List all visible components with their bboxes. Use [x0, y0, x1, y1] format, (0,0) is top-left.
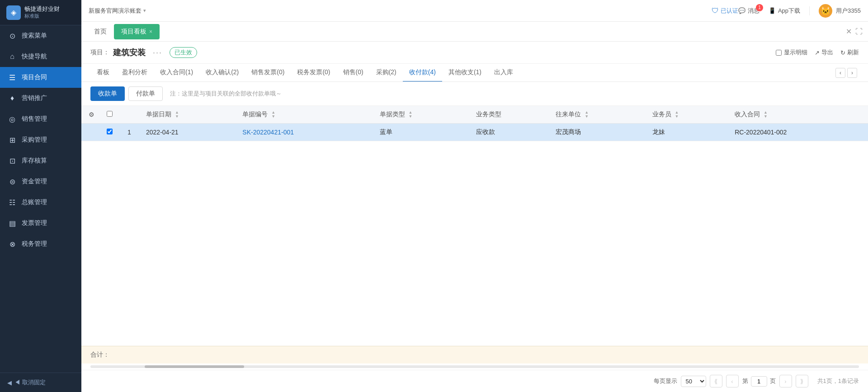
prev-page-btn[interactable]: ‹: [726, 375, 739, 387]
certified-label: 已认证: [721, 7, 738, 15]
horizontal-scrollbar[interactable]: [81, 363, 868, 370]
sidebar-item-invoice[interactable]: ▤ 发票管理: [0, 213, 81, 234]
row-date-0: 2022-04-21: [141, 124, 237, 141]
sidebar-label-invoice: 发票管理: [22, 219, 47, 227]
message-button[interactable]: 💬 消息 1: [738, 7, 760, 15]
sidebar-item-inventory[interactable]: ⊡ 库存核算: [0, 150, 81, 171]
topbar: 新服务官网演示账套 ▾ 🛡 已认证 💬 消息 1 📱 App下载 🐱 用户335…: [81, 0, 868, 22]
sidebar-item-purchase[interactable]: ⊞ 采购管理: [0, 129, 81, 150]
row-cb-0[interactable]: [101, 124, 118, 141]
row-type-0: 蓝单: [374, 124, 471, 141]
tab-home[interactable]: 首页: [87, 24, 114, 39]
sidebar-icon-invoice: ▤: [7, 218, 17, 228]
app-download-button[interactable]: 📱 App下载: [769, 7, 800, 15]
sidebar-icon-purchase: ⊞: [7, 135, 17, 145]
pagination: 每页显示 50 10 20 100 ⟪ ‹ 第 页 › ⟫ 共1页，1条记录: [81, 370, 868, 392]
close-window-icon[interactable]: ✕: [846, 27, 852, 36]
sidebar: ◈ 畅捷通好业财 标准版 ⊙ 搜索菜单 ⌂ 快捷导航 ☰ 项目合同 ♦ 营销推广…: [0, 0, 81, 392]
sidebar-icon-marketing: ♦: [7, 93, 17, 103]
page-unit: 页: [770, 377, 776, 385]
type-sort-icon: ▲▼: [409, 110, 413, 119]
table-row[interactable]: 1 2022-04-21 SK-20220421-001 蓝单 应收款 宏茂商场…: [81, 124, 868, 141]
income-contract-col-header[interactable]: 收入合同 ▲▼: [729, 106, 868, 124]
first-page-btn[interactable]: ⟪: [710, 375, 722, 387]
page-number-input[interactable]: [751, 376, 767, 387]
export-label: 导出: [821, 48, 833, 57]
sidebar-icon-search: ⊙: [7, 31, 17, 41]
username-label: 用户3355: [836, 7, 861, 15]
export-button[interactable]: ↗ 导出: [815, 48, 833, 57]
row-number-0[interactable]: SK-20220421-001: [237, 124, 374, 141]
sidebar-item-search[interactable]: ⊙ 搜索菜单: [0, 25, 81, 46]
sidebar-label-ledger: 总账管理: [22, 198, 47, 206]
subtab-kanban[interactable]: 看板: [90, 64, 116, 82]
project-title: 建筑安装: [113, 47, 146, 58]
message-icon: 💬: [738, 7, 745, 14]
next-page-btn[interactable]: ›: [779, 375, 792, 387]
subtabs-next-btn[interactable]: ›: [847, 68, 857, 78]
subtab-purchase[interactable]: 采购(2): [370, 64, 403, 82]
page-info: 第 页: [742, 376, 776, 387]
sidebar-item-quicknav[interactable]: ⌂ 快捷导航: [0, 46, 81, 67]
subtab-inout[interactable]: 出入库: [488, 64, 519, 82]
sidebar-icon-quicknav: ⌂: [7, 52, 17, 62]
number-col-header[interactable]: 单据编号 ▲▼: [237, 106, 374, 124]
project-more-icon[interactable]: ···: [153, 48, 162, 57]
partner-col-header[interactable]: 往来单位 ▲▼: [550, 106, 646, 124]
sidebar-item-marketing[interactable]: ♦ 营销推广: [0, 88, 81, 109]
receipt-filter-btn[interactable]: 收款单: [90, 86, 125, 101]
maximize-icon[interactable]: ⛶: [855, 28, 863, 36]
sidebar-item-tax[interactable]: ⊗ 税务管理: [0, 234, 81, 254]
subtab-income_confirm[interactable]: 收入确认(2): [199, 64, 245, 82]
last-page-btn[interactable]: ⟫: [796, 375, 808, 387]
salesperson-sort-icon: ▲▼: [675, 110, 679, 119]
page-size-select[interactable]: 50 10 20 100: [681, 376, 706, 387]
salesperson-col-header[interactable]: 业务员 ▲▼: [647, 106, 730, 124]
date-col-header[interactable]: 单据日期 ▲▼: [141, 106, 237, 124]
unpin-label: ◀︎ 取消固定: [14, 378, 46, 387]
scrollbar-thumb[interactable]: [145, 365, 244, 368]
topbar-divider: [809, 6, 810, 15]
account-dropdown-icon: ▾: [143, 8, 146, 14]
tab-kanban[interactable]: 项目看板 ×: [114, 24, 160, 39]
refresh-button[interactable]: ↻ 刷新: [840, 48, 859, 57]
subtab-sales[interactable]: 销售(0): [337, 64, 370, 82]
sidebar-item-sales[interactable]: ◎ 销售管理: [0, 109, 81, 129]
message-badge: 1: [756, 4, 763, 11]
sidebar-item-ledger[interactable]: ☷ 总账管理: [0, 192, 81, 213]
subtab-tax_invoice[interactable]: 税务发票(0): [291, 64, 336, 82]
date-sort-icon: ▲▼: [175, 110, 179, 119]
subtab-profit[interactable]: 盈利分析: [116, 64, 154, 82]
payment-filter-btn[interactable]: 付款单: [128, 86, 163, 101]
account-selector[interactable]: 新服务官网演示账套 ▾: [89, 7, 701, 15]
sidebar-unpin[interactable]: ◀ ◀︎ 取消固定: [0, 373, 81, 392]
subtab-income_contract[interactable]: 收入合同(1): [154, 64, 199, 82]
filter-note: 注：这里是与项目关联的全部收付款单哦～: [170, 90, 282, 98]
select-all-checkbox[interactable]: [107, 111, 113, 117]
sidebar-item-contract[interactable]: ☰ 项目合同: [0, 67, 81, 88]
table-header-row: ⚙ 单据日期 ▲▼ 单据编号 ▲▼: [81, 106, 868, 124]
show-detail-input[interactable]: [776, 50, 782, 56]
subtab-receipt[interactable]: 收付款(4): [403, 64, 442, 82]
sidebar-label-sales: 销售管理: [22, 115, 47, 123]
number-sort-icon: ▲▼: [271, 110, 275, 119]
type-col-header[interactable]: 单据类型 ▲▼: [374, 106, 471, 124]
project-header: 项目： 建筑安装 ··· 已生效 显示明细 ↗ 导出 ↻ 刷新: [81, 42, 868, 64]
table-body: 1 2022-04-21 SK-20220421-001 蓝单 应收款 宏茂商场…: [81, 124, 868, 141]
gear-col-header[interactable]: ⚙: [81, 106, 101, 124]
tab-kanban-close[interactable]: ×: [149, 29, 152, 35]
app-version: 标准版: [24, 13, 60, 19]
export-icon: ↗: [815, 49, 820, 56]
app-logo-icon: ◈: [6, 5, 21, 20]
user-menu[interactable]: 🐱 用户3355: [819, 4, 861, 18]
show-detail-checkbox[interactable]: 显示明细: [776, 48, 807, 57]
sidebar-label-inventory: 库存核算: [22, 157, 47, 165]
show-detail-label: 显示明细: [784, 48, 807, 57]
subtabs-prev-btn[interactable]: ‹: [835, 68, 845, 78]
subtab-other_income[interactable]: 其他收支(1): [442, 64, 488, 82]
receipt-table: ⚙ 单据日期 ▲▼ 单据编号 ▲▼: [81, 106, 868, 141]
sidebar-label-purchase: 采购管理: [22, 136, 47, 144]
subtab-sales_invoice[interactable]: 销售发票(0): [245, 64, 291, 82]
page-label: 第: [742, 377, 748, 385]
sidebar-item-finance[interactable]: ⊜ 资金管理: [0, 171, 81, 192]
